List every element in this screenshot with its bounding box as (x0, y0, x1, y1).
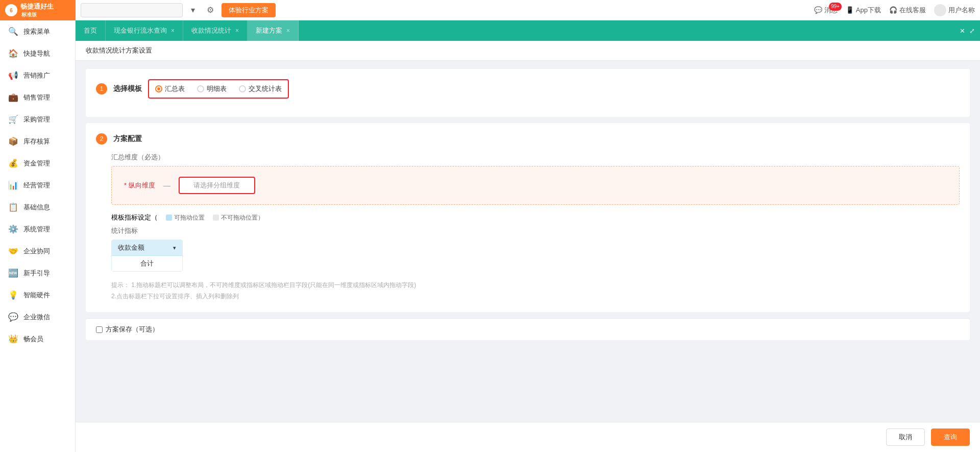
tips-area: 提示： 1.拖动标题栏可以调整布局，不可跨维度或指标区域拖动栏目字段(只能在同一… (111, 280, 960, 302)
sidebar-item-marketing[interactable]: 📢 营销推广 (0, 64, 75, 86)
step1-circle: 1 (96, 83, 107, 94)
sidebar-item-operation[interactable]: 📊 经营管理 (0, 174, 75, 196)
metrics-title-text: 模板指标设定（ (111, 213, 158, 222)
sidebar-item-weixin[interactable]: 💬 企业微信 (0, 306, 75, 328)
radio-dot-summary (155, 85, 162, 92)
search-icon: 🔍 (8, 27, 18, 36)
sidebar-label-hardware: 智能硬件 (23, 291, 50, 300)
app-download-button[interactable]: 📱 App下载 (846, 6, 881, 15)
industry-button[interactable]: 体验行业方案 (222, 3, 276, 17)
sidebar-label-search: 搜索菜单 (23, 27, 50, 36)
online-service-button[interactable]: 🎧 在线客服 (889, 6, 926, 15)
message-icon: 💬 (814, 6, 822, 14)
sidebar-label-finance: 资金管理 (23, 159, 50, 168)
cancel-button[interactable]: 取消 (886, 429, 925, 446)
tab-home-label: 首页 (84, 26, 97, 35)
sidebar-item-sales[interactable]: 💼 销售管理 (0, 86, 75, 108)
sidebar-item-member[interactable]: 👑 畅会员 (0, 328, 75, 350)
dimension-select[interactable]: 请选择分组维度 (179, 177, 255, 194)
home-icon: 🏠 (8, 49, 18, 58)
operation-icon: 📊 (8, 180, 18, 190)
dimension-arrow: — (163, 181, 170, 189)
download-label: App下载 (856, 6, 881, 15)
step2-label: 方案配置 (113, 134, 142, 144)
sidebar-label-nav: 快捷导航 (23, 49, 50, 58)
header-gear-btn[interactable]: ⚙ (203, 3, 217, 17)
query-button[interactable]: 查询 (931, 429, 970, 446)
sidebar-item-search[interactable]: 🔍 搜索菜单 (0, 20, 75, 42)
drag-indicator (166, 215, 172, 221)
sidebar-label-purchase: 采购管理 (23, 115, 50, 124)
vertical-label: * 纵向维度 (124, 181, 155, 190)
metrics-section: 模板指标设定（ 可拖动位置 不可拖动位置） 统计指标 (111, 213, 960, 272)
sidebar-item-basic[interactable]: 📋 基础信息 (0, 196, 75, 218)
sidebar-label-inventory: 库存核算 (23, 137, 50, 146)
message-button[interactable]: 💬 消息 99+ (814, 6, 838, 15)
bottom-action-bar: 取消 查询 (76, 422, 980, 452)
tab-new-plan-close[interactable]: × (286, 27, 290, 34)
sidebar: 🔍 搜索菜单 🏠 快捷导航 📢 营销推广 💼 销售管理 🛒 采购管理 📦 库存核… (0, 20, 76, 452)
logo-badge: 标准版 (21, 11, 54, 18)
radio-summary-label: 汇总表 (165, 84, 185, 93)
save-label: 方案保存（可选） (106, 325, 159, 334)
sidebar-label-system: 系统管理 (23, 225, 50, 234)
step1-label: 选择模板 (113, 84, 142, 93)
sidebar-item-corp[interactable]: 🤝 企业协同 (0, 240, 75, 262)
logo-area: 6 畅捷通好生 标准版 (0, 0, 76, 20)
tab-cashflow[interactable]: 现金银行流水查询 × (106, 20, 183, 41)
save-checkbox[interactable] (96, 326, 103, 333)
page-body: 1 选择模板 汇总表 明细表 (76, 61, 980, 422)
header-dropdown-btn[interactable]: ▾ (187, 4, 199, 16)
tab-bar-actions: ✕ ⤢ (954, 27, 980, 35)
user-area[interactable]: 用户名称 (934, 4, 975, 16)
radio-summary[interactable]: 汇总表 (155, 84, 185, 93)
sidebar-item-nav[interactable]: 🏠 快捷导航 (0, 42, 75, 64)
metrics-dropdown-icon[interactable]: ▾ (173, 245, 176, 251)
weixin-icon: 💬 (8, 312, 18, 322)
sidebar-label-operation: 经营管理 (23, 181, 50, 190)
header-right: 💬 消息 99+ 📱 App下载 🎧 在线客服 用户名称 (814, 0, 980, 20)
user-name: 用户名称 (948, 6, 975, 15)
radio-detail-label: 明细表 (207, 84, 227, 93)
guide-icon: 🆕 (8, 268, 18, 278)
member-icon: 👑 (8, 334, 18, 344)
logo-icon: 6 (5, 4, 17, 16)
tab-cashflow-close[interactable]: × (171, 27, 175, 34)
content-area: 收款情况统计方案设置 1 选择模板 汇总表 (76, 41, 980, 452)
basic-icon: 📋 (8, 202, 18, 212)
sidebar-item-inventory[interactable]: 📦 库存核算 (0, 130, 75, 152)
header-search-area: ▾ ⚙ 体验行业方案 (76, 0, 814, 20)
tab-home[interactable]: 首页 (76, 20, 106, 41)
page-title: 收款情况统计方案设置 (86, 46, 152, 54)
radio-dot-cross (239, 85, 246, 92)
sidebar-label-guide: 新手引导 (23, 269, 50, 278)
step2-circle: 2 (96, 133, 107, 145)
sidebar-item-guide[interactable]: 🆕 新手引导 (0, 262, 75, 284)
system-icon: ⚙️ (8, 224, 18, 234)
legend-nodrag: 不可拖动位置） (213, 213, 264, 222)
inventory-icon: 📦 (8, 136, 18, 146)
sidebar-label-weixin: 企业微信 (23, 313, 50, 322)
tab-collection-close[interactable]: × (235, 27, 239, 34)
header-search-input[interactable] (81, 3, 183, 17)
step2-row: 2 方案配置 (96, 133, 960, 145)
radio-detail[interactable]: 明细表 (197, 84, 227, 93)
radio-cross-label: 交叉统计表 (249, 84, 282, 93)
sidebar-item-system[interactable]: ⚙️ 系统管理 (0, 218, 75, 240)
tab-expand-icon[interactable]: ⤢ (969, 27, 975, 35)
tab-collection[interactable]: 收款情况统计 × (183, 20, 248, 41)
tip-1: 提示： 1.拖动标题栏可以调整布局，不可跨维度或指标区域拖动栏目字段(只能在同一… (111, 280, 960, 291)
sidebar-label-sales: 销售管理 (23, 93, 50, 102)
user-avatar (934, 4, 946, 16)
radio-cross[interactable]: 交叉统计表 (239, 84, 282, 93)
tab-cashflow-label: 现金银行流水查询 (114, 26, 167, 35)
tab-new-plan[interactable]: 新建方案 × (248, 20, 299, 41)
tab-close-icon[interactable]: ✕ (960, 27, 965, 35)
sidebar-item-purchase[interactable]: 🛒 采购管理 (0, 108, 75, 130)
sidebar-item-finance[interactable]: 💰 资金管理 (0, 152, 75, 174)
section2-card: 2 方案配置 汇总维度（必选） * 纵向维度 — 请选择分组维度 (86, 123, 970, 312)
service-label: 在线客服 (899, 6, 926, 15)
metrics-header[interactable]: 收款金额 ▾ (112, 240, 182, 256)
sales-icon: 💼 (8, 92, 18, 102)
sidebar-item-hardware[interactable]: 💡 智能硬件 (0, 284, 75, 306)
